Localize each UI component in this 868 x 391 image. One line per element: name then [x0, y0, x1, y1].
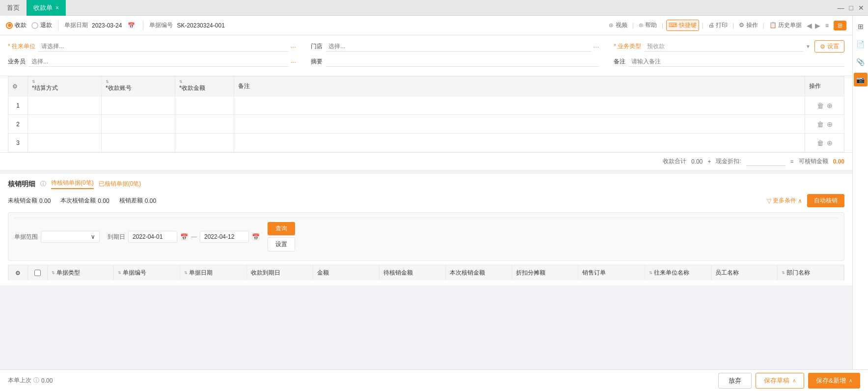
- grid-view-btn[interactable]: ⊞: [834, 21, 846, 30]
- customer-field: * 往来单位 ···: [8, 41, 296, 52]
- video-btn[interactable]: ⊙ 视频: [607, 20, 629, 30]
- table-settings-icon[interactable]: ⚙: [12, 83, 18, 90]
- window-controls: — □ ✕: [838, 4, 868, 12]
- receipt-radio[interactable]: 收款: [6, 21, 27, 29]
- row1-delete-icon[interactable]: 🗑: [817, 102, 824, 110]
- range-select[interactable]: ∨: [41, 231, 100, 243]
- row3-notes[interactable]: [234, 134, 805, 152]
- maximize-btn[interactable]: □: [849, 4, 853, 12]
- row1-copy-icon[interactable]: ⊕: [827, 102, 833, 110]
- right-sidebar: ⊞ 📄 📎 📷: [852, 16, 868, 307]
- row1-account[interactable]: [102, 96, 175, 115]
- tab-receipt[interactable]: 收款单 ×: [27, 0, 66, 16]
- refund-radio[interactable]: 退款: [31, 21, 52, 29]
- diff-label: 核销差额: [119, 196, 143, 205]
- store-input[interactable]: [326, 41, 591, 52]
- nav-next-btn[interactable]: ▶: [815, 22, 820, 29]
- reconcile-section: 核销明细 ⓘ 待核销单据(0笔) 已核销单据(0笔) 未核销金额 0.00 本次…: [0, 174, 852, 285]
- nav-prev-btn[interactable]: ◀: [807, 22, 812, 29]
- cal-to-icon[interactable]: 📅: [252, 233, 260, 241]
- shortcut-btn[interactable]: ⌨ 快捷键: [666, 20, 699, 31]
- date-from-input[interactable]: [128, 231, 177, 243]
- toolbar-right: ⊙ 视频 | ⊙ 帮助 | ⌨ 快捷键 | 🖨 打印 | ⚙ 操作 | 📋 历史…: [607, 20, 846, 31]
- notes-input[interactable]: [628, 56, 844, 67]
- tab-home[interactable]: 首页: [0, 0, 27, 16]
- minimize-btn[interactable]: —: [838, 4, 844, 12]
- filter-settings-btn[interactable]: 设置: [268, 237, 295, 251]
- date-label: 单据日期: [64, 21, 88, 29]
- settings-button[interactable]: ⚙ 设置: [814, 40, 844, 53]
- row2-delete-icon[interactable]: 🗑: [817, 120, 824, 128]
- account-sort-icon[interactable]: ⇅: [106, 80, 171, 84]
- customer-more-icon[interactable]: ···: [290, 43, 296, 51]
- row2-amount[interactable]: [175, 115, 234, 134]
- due-date-col: 收款到期日: [247, 265, 313, 280]
- row2-account[interactable]: [102, 115, 175, 134]
- print-btn[interactable]: 🖨 打印: [706, 20, 730, 30]
- tab-close-icon[interactable]: ×: [55, 4, 59, 11]
- amount-sort-icon[interactable]: ⇅: [179, 80, 230, 84]
- row2-actions: 🗑 ⊕: [805, 115, 844, 134]
- cal-from-icon[interactable]: 📅: [180, 233, 188, 241]
- date-value: 2023-03-24: [92, 22, 122, 29]
- doc-date-sort[interactable]: ⇅: [184, 271, 188, 275]
- summary-input[interactable]: [326, 56, 599, 67]
- customer-sort[interactable]: ⇅: [649, 271, 652, 275]
- row1-settle[interactable]: [28, 96, 102, 115]
- business-type-arrow-icon[interactable]: ▼: [806, 44, 811, 49]
- settle-sort-icon[interactable]: ⇅: [32, 80, 97, 84]
- store-label: 门店: [311, 42, 323, 51]
- discount-input[interactable]: [746, 157, 786, 166]
- list-view-btn[interactable]: ≡: [823, 21, 831, 30]
- row3-settle[interactable]: [28, 134, 102, 152]
- auto-reconcile-btn[interactable]: 自动核销: [807, 194, 844, 207]
- row2-notes[interactable]: [234, 115, 805, 134]
- row3-delete-icon[interactable]: 🗑: [817, 139, 824, 147]
- row2-settle[interactable]: [28, 115, 102, 134]
- row1-notes[interactable]: [234, 96, 805, 115]
- date-to-input[interactable]: [200, 231, 249, 243]
- done-tab[interactable]: 已核销单据(0笔): [99, 180, 141, 188]
- business-type-input[interactable]: [644, 41, 804, 52]
- form-row-1: * 往来单位 ··· 门店 ··· * 业务类型 ▼ ⚙ 设置: [8, 40, 844, 53]
- row-notes-label: 备注: [238, 83, 250, 89]
- sidebar-attachment-icon[interactable]: 📎: [854, 55, 868, 69]
- equals-sign: =: [790, 158, 794, 165]
- sidebar-table-icon[interactable]: ⊞: [854, 20, 868, 33]
- customer-input[interactable]: [38, 41, 288, 52]
- row3-copy-icon[interactable]: ⊕: [827, 139, 833, 147]
- bottom-gear-col[interactable]: ⚙: [8, 265, 28, 280]
- more-conditions-btn[interactable]: ▽ 更多条件 ∧: [767, 196, 802, 205]
- select-all-checkbox[interactable]: [34, 270, 41, 276]
- row2-num: 2: [8, 115, 28, 134]
- dept-sort[interactable]: ⇅: [782, 271, 785, 275]
- row3-amount[interactable]: [175, 134, 234, 152]
- staff-more-icon[interactable]: ···: [290, 58, 296, 66]
- staff-label: 业务员: [8, 57, 26, 66]
- close-btn[interactable]: ✕: [858, 4, 864, 12]
- calendar-icon[interactable]: 📅: [126, 21, 137, 30]
- doc-type-sort[interactable]: ⇅: [52, 271, 55, 275]
- history-btn[interactable]: 📋 历史单据: [767, 20, 804, 30]
- store-more-icon[interactable]: ···: [594, 43, 599, 51]
- business-type-label: * 业务类型: [614, 42, 641, 51]
- pending-tab[interactable]: 待核销单据(0笔): [51, 179, 94, 189]
- reconcile-info-icon[interactable]: ⓘ: [40, 180, 46, 188]
- receipt-radio-label: 收款: [15, 21, 27, 29]
- row2-copy-icon[interactable]: ⊕: [827, 120, 833, 128]
- sidebar-camera-icon[interactable]: 📷: [854, 73, 868, 86]
- filter-icon: ▽: [767, 197, 771, 204]
- main-content: 收款 退款 单据日期 2023-03-24 📅 单据编号 SK-20230324…: [0, 16, 852, 307]
- sidebar-document-icon[interactable]: 📄: [854, 37, 868, 51]
- reconcile-title: 核销明细: [8, 180, 35, 189]
- query-btn[interactable]: 查询: [268, 222, 295, 235]
- operation-btn[interactable]: ⚙ 操作: [737, 20, 760, 30]
- help-btn[interactable]: ⊙ 帮助: [637, 20, 659, 30]
- doc-number-sort[interactable]: ⇅: [118, 271, 121, 275]
- bottom-gear-icon[interactable]: ⚙: [15, 270, 21, 277]
- staff-input[interactable]: [28, 56, 288, 67]
- current-reconcile-label: 本次核销金额: [60, 196, 96, 205]
- table-row: 2 🗑 ⊕: [8, 115, 844, 134]
- row3-account[interactable]: [102, 134, 175, 152]
- row1-amount[interactable]: [175, 96, 234, 115]
